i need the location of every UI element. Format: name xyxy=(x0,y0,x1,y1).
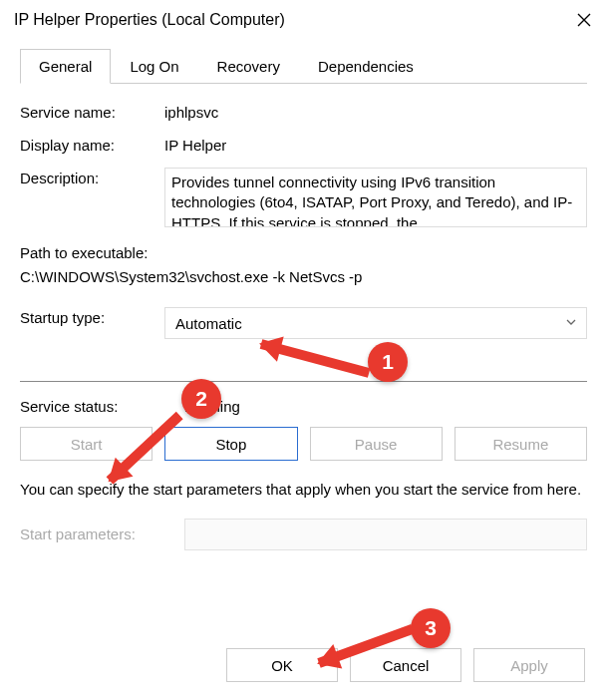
tab-bar: General Log On Recovery Dependencies xyxy=(20,48,587,84)
description-textbox[interactable]: Provides tunnel connectivity using IPv6 … xyxy=(164,168,587,227)
service-name-value: iphlpsvc xyxy=(164,102,587,121)
dialog-footer: OK Cancel Apply xyxy=(226,648,585,682)
callout-3: 3 xyxy=(411,608,451,648)
tab-general[interactable]: General xyxy=(20,49,111,84)
startup-type-value: Automatic xyxy=(175,315,242,332)
service-status-value: Running xyxy=(184,396,587,415)
tab-recovery[interactable]: Recovery xyxy=(198,49,299,84)
separator xyxy=(20,381,587,382)
ok-button[interactable]: OK xyxy=(226,648,338,682)
tab-dependencies[interactable]: Dependencies xyxy=(299,49,433,84)
description-label: Description: xyxy=(20,168,164,186)
start-parameters-label: Start parameters: xyxy=(20,525,184,542)
start-parameters-input xyxy=(184,519,587,550)
tab-log-on[interactable]: Log On xyxy=(111,49,197,84)
startup-type-label: Startup type: xyxy=(20,307,164,326)
apply-button[interactable]: Apply xyxy=(473,648,585,682)
titlebar: IP Helper Properties (Local Computer) xyxy=(0,0,607,40)
pause-button: Pause xyxy=(310,427,443,461)
chevron-down-icon xyxy=(565,316,577,328)
service-status-label: Service status: xyxy=(20,396,184,415)
display-name-label: Display name: xyxy=(20,135,164,154)
start-button: Start xyxy=(20,427,152,461)
path-value: C:\WINDOWS\System32\svchost.exe -k NetSv… xyxy=(20,265,587,289)
resume-button: Resume xyxy=(455,427,587,461)
path-label: Path to executable: xyxy=(20,241,587,265)
startup-type-select[interactable]: Automatic xyxy=(164,307,587,339)
service-name-label: Service name: xyxy=(20,102,164,121)
close-button[interactable] xyxy=(561,0,607,40)
stop-button[interactable]: Stop xyxy=(164,427,297,461)
close-icon xyxy=(577,13,591,27)
window-title: IP Helper Properties (Local Computer) xyxy=(14,11,561,29)
cancel-button[interactable]: Cancel xyxy=(350,648,461,682)
start-params-hint: You can specify the start parameters tha… xyxy=(20,479,587,501)
display-name-value: IP Helper xyxy=(164,135,587,154)
